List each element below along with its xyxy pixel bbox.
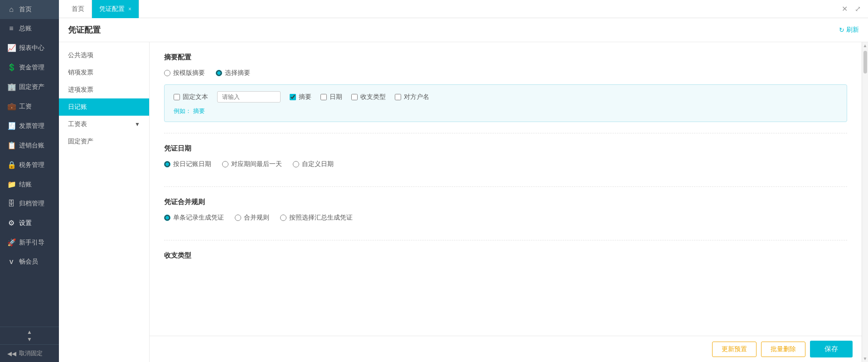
sidebar-item-settings[interactable]: ⚙ 设置 (0, 213, 59, 233)
checkbox-income-type-input[interactable] (351, 94, 358, 100)
radio-last-period-day-input[interactable] (222, 161, 228, 167)
scroll-down-arrow[interactable]: ▼ (863, 356, 868, 361)
radio-merge-rule-label: 合并规则 (244, 214, 269, 222)
radio-select-aggregate[interactable]: 按照选择汇总生成凭证 (280, 214, 353, 222)
unpin-icon: ◀◀ (7, 350, 16, 357)
menu-item-diary[interactable]: 日记账 (59, 98, 149, 116)
sidebar-item-label: 进销台账 (19, 142, 44, 150)
sidebar-item-salary[interactable]: 💼 工资 (0, 97, 59, 116)
sidebar-item-purchase-sales[interactable]: 📋 进销台账 (0, 136, 59, 155)
tab-close-button[interactable]: × (128, 6, 131, 12)
sidebar-item-label: 发票管理 (19, 122, 44, 130)
sidebar-unpin-button[interactable]: ◀◀ 取消固定 (0, 344, 59, 362)
checkbox-summary-input[interactable] (290, 94, 296, 100)
save-button[interactable]: 保存 (810, 341, 853, 357)
checkbox-fixed-text-label: 固定文本 (183, 93, 208, 101)
radio-last-period-day-label: 对应期间最后一天 (231, 160, 282, 168)
archive-icon: 🗄 (7, 200, 15, 208)
content-layout: 公共选项 销项发票 进项发票 日记账 工资表 ▼ 固定资产 (59, 42, 868, 362)
radio-template-summary-input[interactable] (164, 70, 170, 76)
radio-select-aggregate-label: 按照选择汇总生成凭证 (289, 214, 353, 222)
menu-item-purchase-invoice[interactable]: 进项发票 (59, 81, 149, 98)
scroll-up-arrow[interactable]: ▲ (863, 43, 868, 48)
left-menu: 公共选项 销项发票 进项发票 日记账 工资表 ▼ 固定资产 (59, 42, 150, 362)
tab-bar: 首页 凭证配置 × ✕ ⤢ (59, 0, 868, 18)
tab-home[interactable]: 首页 (64, 0, 92, 18)
voucher-date-title: 凭证日期 (164, 144, 847, 153)
window-close-button[interactable]: ✕ (840, 4, 849, 14)
scroll-thumb[interactable] (863, 51, 867, 73)
sidebar-item-reports[interactable]: 📈 报表中心 (0, 38, 59, 58)
sidebar-item-close[interactable]: 📁 结账 (0, 175, 59, 194)
sidebar-scroll-up[interactable]: ▲ (27, 329, 32, 335)
radio-select-aggregate-input[interactable] (280, 215, 286, 221)
example-value: 摘要 (193, 108, 205, 114)
sidebar-item-ledger[interactable]: ≡ 总账 (0, 19, 59, 38)
radio-single-record[interactable]: 单条记录生成凭证 (164, 214, 224, 222)
sidebar: ⌂ 首页 ≡ 总账 📈 报表中心 💲 资金管理 🏢 固定资产 💼 工资 🧾 发票… (0, 0, 59, 362)
checkbox-income-type[interactable]: 收支类型 (351, 93, 386, 101)
settings-icon: ⚙ (7, 219, 15, 227)
sidebar-item-home[interactable]: ⌂ 首页 (0, 0, 59, 19)
checkbox-summary[interactable]: 摘要 (290, 93, 311, 101)
checkbox-counterparty-input[interactable] (395, 94, 401, 100)
page-title: 凭证配置 (68, 24, 101, 35)
fixed-text-input[interactable] (217, 91, 281, 103)
radio-custom-date-input[interactable] (293, 161, 299, 167)
radio-diary-date-input[interactable] (164, 161, 170, 167)
sidebar-item-label: 总账 (19, 24, 32, 33)
assets-icon: 🏢 (7, 83, 15, 91)
menu-item-fixed-assets[interactable]: 固定资产 (59, 133, 149, 150)
sidebar-bottom-label: 取消固定 (19, 349, 43, 357)
refresh-button[interactable]: ↻ 刷新 (839, 26, 859, 34)
checkbox-counterparty[interactable]: 对方户名 (395, 93, 429, 101)
sidebar-item-archive[interactable]: 🗄 归档管理 (0, 194, 59, 213)
sidebar-item-tax[interactable]: 🔒 税务管理 (0, 155, 59, 175)
checkbox-fixed-text[interactable]: 固定文本 (174, 93, 208, 101)
sidebar-scroll: ⌂ 首页 ≡ 总账 📈 报表中心 💲 资金管理 🏢 固定资产 💼 工资 🧾 发票… (0, 0, 59, 327)
menu-item-sales-invoice[interactable]: 销项发票 (59, 64, 149, 81)
radio-template-summary[interactable]: 按模版摘要 (164, 69, 205, 77)
radio-single-record-input[interactable] (164, 215, 170, 221)
radio-merge-rule[interactable]: 合并规则 (235, 214, 269, 222)
example-row: 例如： 摘要 (174, 107, 838, 115)
menu-item-public-options[interactable]: 公共选项 (59, 47, 149, 64)
sidebar-item-label: 固定资产 (19, 83, 44, 91)
sidebar-item-vip[interactable]: V 畅会员 (0, 252, 59, 271)
sidebar-item-label: 报表中心 (19, 44, 44, 52)
checkbox-date[interactable]: 日期 (320, 93, 342, 101)
sidebar-scroll-down[interactable]: ▼ (27, 336, 32, 342)
voucher-date-section: 凭证日期 按日记账日期 对应期间最后一天 自定义日期 (164, 144, 847, 187)
sidebar-item-funds[interactable]: 💲 资金管理 (0, 58, 59, 77)
checkbox-date-input[interactable] (320, 94, 327, 100)
merge-rule-radio-group: 单条记录生成凭证 合并规则 按照选择汇总生成凭证 (164, 214, 847, 222)
invoice-mgmt-icon: 🧾 (7, 122, 15, 130)
checkbox-fixed-text-input[interactable] (174, 94, 180, 100)
radio-diary-date[interactable]: 按日记账日期 (164, 160, 211, 168)
checkbox-income-type-label: 收支类型 (360, 93, 386, 101)
example-text: 例如： 摘要 (174, 108, 205, 114)
chevron-down-icon: ▼ (135, 121, 140, 127)
update-preview-button[interactable]: 更新预置 (712, 342, 756, 357)
radio-custom-date[interactable]: 自定义日期 (293, 160, 334, 168)
sidebar-item-label: 工资 (19, 103, 32, 111)
radio-single-record-label: 单条记录生成凭证 (173, 214, 224, 222)
page-header: 凭证配置 ↻ 刷新 (59, 18, 868, 42)
tab-voucher-config[interactable]: 凭证配置 × (92, 0, 139, 18)
tab-home-label: 首页 (72, 5, 84, 13)
merge-rule-section: 凭证合并规则 单条记录生成凭证 合并规则 按照选择汇总生成凭证 (164, 198, 847, 240)
batch-delete-button[interactable]: 批量删除 (761, 342, 805, 357)
sidebar-item-invoice-mgmt[interactable]: 🧾 发票管理 (0, 116, 59, 136)
window-restore-button[interactable]: ⤢ (853, 4, 863, 14)
menu-item-payroll[interactable]: 工资表 ▼ (59, 116, 149, 133)
radio-merge-rule-input[interactable] (235, 215, 241, 221)
sidebar-item-assets[interactable]: 🏢 固定资产 (0, 77, 59, 97)
radio-select-summary[interactable]: 选择摘要 (216, 69, 250, 77)
tab-voucher-config-label: 凭证配置 (99, 5, 125, 13)
radio-last-period-day[interactable]: 对应期间最后一天 (222, 160, 282, 168)
radio-select-summary-input[interactable] (216, 70, 222, 76)
purchase-sales-icon: 📋 (7, 141, 15, 150)
menu-item-label: 工资表 (68, 120, 87, 128)
menu-item-label: 固定资产 (68, 137, 93, 146)
sidebar-item-guide[interactable]: 🚀 新手引导 (0, 233, 59, 252)
